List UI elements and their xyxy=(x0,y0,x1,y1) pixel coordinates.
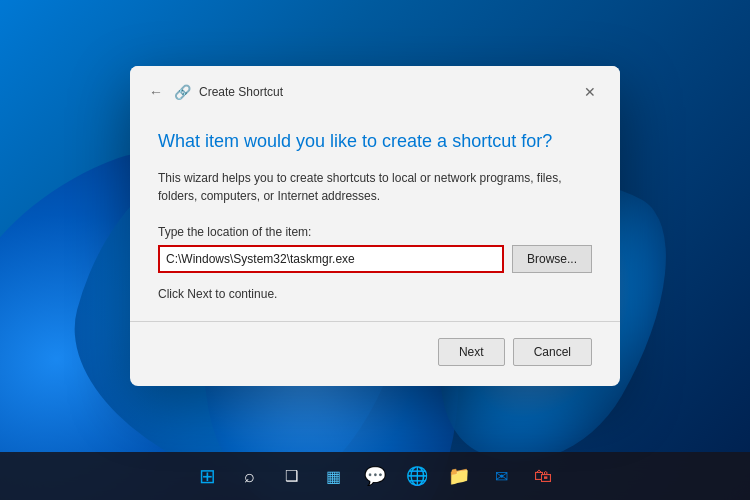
next-button[interactable]: Next xyxy=(438,338,505,366)
dialog-heading: What item would you like to create a sho… xyxy=(158,130,592,153)
cancel-button[interactable]: Cancel xyxy=(513,338,592,366)
taskbar: ⊞ ⌕ ❑ ▦ 💬 🌐 📁 ✉ 🛍 xyxy=(0,452,750,500)
field-label: Type the location of the item: xyxy=(158,225,592,239)
taskbar-edge-icon[interactable]: 🌐 xyxy=(399,458,435,494)
footer-divider xyxy=(130,321,620,322)
hint-text: Click Next to continue. xyxy=(158,287,592,301)
taskbar-explorer-icon[interactable]: 📁 xyxy=(441,458,477,494)
title-bar-left: ← 🔗 Create Shortcut xyxy=(146,82,283,102)
location-input-row: Browse... xyxy=(158,245,592,273)
taskbar-search-icon[interactable]: ⌕ xyxy=(231,458,267,494)
dialog-footer: Next Cancel xyxy=(158,336,592,366)
taskbar-widgets-icon[interactable]: ▦ xyxy=(315,458,351,494)
taskbar-teams-icon[interactable]: 💬 xyxy=(357,458,393,494)
create-shortcut-dialog: ← 🔗 Create Shortcut ✕ What item would yo… xyxy=(130,66,620,386)
dialog-overlay: ← 🔗 Create Shortcut ✕ What item would yo… xyxy=(0,0,750,452)
shortcut-icon: 🔗 xyxy=(174,84,191,100)
back-button[interactable]: ← xyxy=(146,82,166,102)
dialog-description: This wizard helps you to create shortcut… xyxy=(158,169,592,205)
dialog-title: Create Shortcut xyxy=(199,85,283,99)
taskbar-mail-icon[interactable]: ✉ xyxy=(483,458,519,494)
taskbar-taskview-icon[interactable]: ❑ xyxy=(273,458,309,494)
dialog-content: What item would you like to create a sho… xyxy=(130,114,620,386)
browse-button[interactable]: Browse... xyxy=(512,245,592,273)
taskbar-store-icon[interactable]: 🛍 xyxy=(525,458,561,494)
location-input[interactable] xyxy=(158,245,504,273)
close-button[interactable]: ✕ xyxy=(576,78,604,106)
taskbar-start-button[interactable]: ⊞ xyxy=(189,458,225,494)
dialog-title-bar: ← 🔗 Create Shortcut ✕ xyxy=(130,66,620,114)
